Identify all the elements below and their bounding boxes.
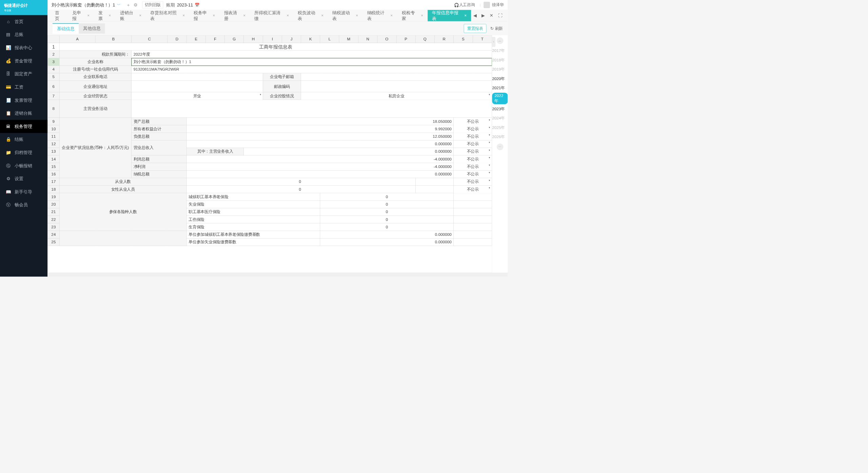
sidebar-item-asset[interactable]: 🗄固定资产	[0, 68, 47, 81]
spreadsheet[interactable]: ABCDEFGHIJKLMNOPQRST1工商年报信息表2税款所属期间：2022…	[47, 35, 492, 273]
tab-close-icon[interactable]: ✕	[287, 14, 289, 17]
subtab-basic[interactable]: 基础信息	[53, 23, 79, 34]
year-2017年[interactable]: 2017年	[492, 46, 508, 55]
col-header-T[interactable]: T	[473, 35, 492, 43]
tab-close-icon[interactable]: ✕	[421, 14, 423, 17]
account-dropdown-icon[interactable]: ﹀	[117, 2, 121, 7]
year-2025年[interactable]: 2025年	[492, 123, 508, 132]
sidebar-item-report[interactable]: 📊报表中心	[0, 41, 47, 55]
col-header-O[interactable]: O	[377, 35, 396, 43]
col-header-B[interactable]: B	[95, 35, 131, 43]
sidebar-item-guide[interactable]: 📖新手引导	[0, 185, 47, 198]
col-header-P[interactable]: P	[396, 35, 415, 43]
period-value[interactable]: 2023-11	[177, 2, 193, 7]
col-header-L[interactable]: L	[320, 35, 339, 43]
tab-10[interactable]: 纳税统计表✕	[363, 10, 397, 21]
tab-8[interactable]: 税负波动表✕	[293, 10, 328, 21]
col-header-G[interactable]: G	[225, 35, 244, 43]
subtab-other[interactable]: 其他信息	[79, 23, 105, 34]
sidebar-item-fund[interactable]: 💰资金管理	[0, 54, 47, 68]
year-2026年[interactable]: 2026年	[492, 132, 508, 141]
company-name-cell[interactable]: 刘小艳演示账套（勿删勿动！）1	[132, 58, 492, 65]
tab-7[interactable]: 所得税汇算清缴✕	[250, 10, 293, 21]
refresh-button[interactable]: ↻ 刷新	[490, 26, 503, 31]
year-up-icon[interactable]: ︿	[497, 37, 504, 44]
col-header-K[interactable]: K	[301, 35, 320, 43]
sidebar: 畅捷通好会计 专业版 ⌂首页▤总账📊报表中心💰资金管理🗄固定资产💳工资🧾发票管理…	[0, 0, 47, 277]
member-icon: Ⓥ	[5, 202, 11, 208]
collapse-year-panel-icon[interactable]: ‹	[492, 37, 496, 47]
year-down-icon[interactable]: ﹀	[497, 144, 504, 150]
sidebar-item-invoice[interactable]: 🧾发票管理	[0, 94, 47, 107]
sidebar-item-psi[interactable]: 📋进销台账	[0, 107, 47, 120]
col-header-J[interactable]: J	[282, 35, 301, 43]
sidebar-item-archive[interactable]: 📁归档管理	[0, 146, 47, 159]
tab-prev-icon[interactable]: ◀	[471, 13, 479, 18]
year-2019年[interactable]: 2019年	[492, 65, 508, 74]
year-2023年[interactable]: 2023年	[492, 104, 508, 113]
support-link[interactable]: 🎧 人工咨询	[454, 2, 475, 7]
year-2018年[interactable]: 2018年	[492, 55, 508, 64]
col-header-S[interactable]: S	[454, 35, 473, 43]
tab-0[interactable]: 首页	[51, 10, 68, 21]
sidebar-item-salary[interactable]: 💳工资	[0, 81, 47, 94]
col-header-E[interactable]: E	[186, 35, 205, 43]
period-label: 账期	[166, 2, 175, 8]
sidebar-item-close-period[interactable]: 🔒结账	[0, 133, 47, 146]
publish-dropdown[interactable]: 不公示	[454, 118, 492, 125]
tab-close-icon[interactable]: ✕	[464, 14, 467, 17]
old-version-button[interactable]: 切到旧版	[142, 1, 163, 9]
col-header-F[interactable]: F	[205, 35, 224, 43]
username[interactable]: 徐泽华	[492, 2, 504, 7]
close-period-icon: 🔒	[5, 137, 11, 142]
sidebar-item-tax[interactable]: 🏛税务管理	[0, 120, 47, 133]
calendar-icon[interactable]: 📅	[195, 2, 200, 7]
tab-close-all-icon[interactable]: ✕	[487, 13, 496, 18]
col-header-M[interactable]: M	[339, 35, 358, 43]
tab-close-icon[interactable]: ✕	[182, 14, 185, 17]
tab-2[interactable]: 发票✕	[94, 10, 116, 21]
tab-close-icon[interactable]: ✕	[321, 14, 324, 17]
user-avatar[interactable]	[484, 2, 490, 8]
tab-close-icon[interactable]: ✕	[87, 14, 90, 17]
sidebar-item-settings[interactable]: ⚙设置	[0, 172, 47, 186]
sidebar-item-ledger[interactable]: ▤总账	[0, 28, 47, 41]
col-header-D[interactable]: D	[167, 35, 186, 43]
tab-4[interactable]: 存货别名对照表✕	[146, 10, 189, 21]
col-header-Q[interactable]: Q	[415, 35, 434, 43]
tab-9[interactable]: 纳税波动表✕	[328, 10, 362, 21]
tab-close-icon[interactable]: ✕	[243, 14, 246, 17]
year-2024年[interactable]: 2024年	[492, 114, 508, 123]
status-dropdown[interactable]: 开业	[132, 92, 263, 100]
tab-close-icon[interactable]: ✕	[108, 14, 111, 17]
col-header-C[interactable]: C	[132, 35, 167, 43]
tab-6[interactable]: 报表清册✕	[220, 10, 250, 21]
sidebar-item-home[interactable]: ⌂首页	[0, 15, 47, 28]
tab-close-icon[interactable]: ✕	[213, 14, 215, 17]
year-2020年[interactable]: 2020年	[492, 74, 508, 83]
col-header-N[interactable]: N	[358, 35, 377, 43]
fullscreen-icon[interactable]: ⛶	[496, 13, 505, 18]
col-header-A[interactable]: A	[59, 35, 95, 43]
tab-3[interactable]: 进销台账✕	[116, 10, 146, 21]
col-header-H[interactable]: H	[244, 35, 263, 43]
reset-report-button[interactable]: 重置报表	[464, 24, 487, 33]
horizontal-scrollbar[interactable]	[47, 273, 508, 277]
tab-1[interactable]: 兑申报✕	[68, 10, 94, 21]
holding-dropdown[interactable]: 私营企业	[301, 92, 492, 100]
tab-close-icon[interactable]: ✕	[390, 14, 393, 17]
col-header-R[interactable]: R	[435, 35, 454, 43]
tab-11[interactable]: 税检专家✕	[397, 10, 428, 21]
tab-12[interactable]: 年报信息申报表✕	[428, 10, 471, 21]
tab-close-icon[interactable]: ✕	[139, 14, 142, 17]
year-2022年[interactable]: 2022年	[492, 93, 508, 104]
col-header-I[interactable]: I	[263, 35, 282, 43]
settings-icon[interactable]: ⚙	[134, 2, 138, 7]
tab-5[interactable]: 税务申报✕	[189, 10, 219, 21]
sidebar-item-member[interactable]: Ⓥ畅会员	[0, 198, 47, 212]
tab-close-icon[interactable]: ✕	[356, 14, 358, 17]
sidebar-item-report-tax[interactable]: Ⓖ小畅报销	[0, 159, 47, 172]
tab-next-icon[interactable]: ▶	[479, 13, 487, 18]
add-icon[interactable]: ＋	[126, 2, 131, 8]
year-2021年[interactable]: 2021年	[492, 83, 508, 93]
